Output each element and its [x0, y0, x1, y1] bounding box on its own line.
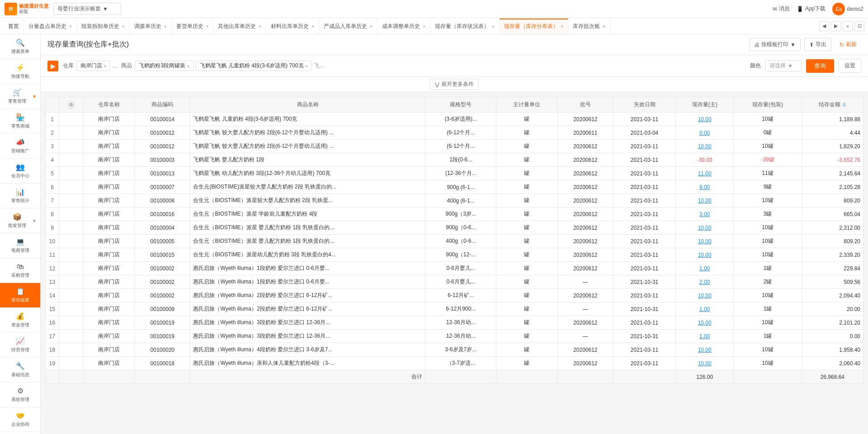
td-stock-main[interactable]: 1.00: [676, 262, 734, 275]
td-stock-main[interactable]: 10.00: [676, 113, 734, 126]
td-stock-main[interactable]: 10.00: [676, 140, 734, 153]
table-settings-icon[interactable]: ⚙: [67, 101, 75, 108]
tab-product-in[interactable]: 产成品入库单历史×: [319, 19, 377, 34]
tab-product-in-close[interactable]: ×: [370, 24, 373, 29]
color-filter-select[interactable]: 请选择 ▼: [765, 60, 802, 71]
sidebar-item-quick-nav[interactable]: ⚡ 快捷导航: [0, 59, 40, 84]
sidebar-item-cooperation[interactable]: 🤝 企业协同: [0, 407, 40, 432]
td-stock-main[interactable]: 1.00: [676, 330, 734, 343]
tab-inventory-dist[interactable]: 现存量（库存分布表）×: [500, 19, 569, 34]
td-index: 3: [46, 140, 59, 153]
warehouse-filter-more[interactable]: ...: [112, 63, 117, 69]
td-stock-main[interactable]: 10.00: [676, 248, 734, 262]
refresh-button[interactable]: ↻ 刷新: [835, 38, 861, 51]
td-spec: 1段(0-6...: [425, 153, 496, 167]
td-expiry: 2021-03-11: [613, 343, 675, 357]
tab-other-out-close[interactable]: ×: [259, 24, 261, 29]
tab-material-out[interactable]: 材料出库单历史×: [266, 19, 319, 34]
td-stock-main[interactable]: 11.00: [676, 167, 734, 180]
query-button[interactable]: 查询: [806, 59, 834, 73]
td-stock-main[interactable]: 10.00: [676, 289, 734, 302]
product-tag-2[interactable]: 飞鹤星飞帆 儿童奶粉 4段(3-6岁适用) 700克 ×: [196, 61, 312, 71]
td-stock-amount: 665.04: [802, 208, 863, 221]
sidebar-item-system[interactable]: ⚙ 系统管理: [0, 382, 40, 407]
tab-inventory-status[interactable]: 现存量（库存状况表）×: [430, 19, 500, 34]
setting-button[interactable]: 设置: [839, 59, 861, 73]
tab-cost-adjust-close[interactable]: ×: [423, 24, 425, 29]
sidebar-item-finance[interactable]: 💰 资金管理: [0, 308, 40, 333]
message-action[interactable]: ✉ 消息: [773, 5, 790, 13]
sidebar-item-marketing[interactable]: 📣 营销推广: [0, 134, 40, 159]
product-tag-2-close[interactable]: ×: [305, 63, 308, 69]
td-batch: 20200612: [557, 289, 613, 302]
warehouse-tag-1-close[interactable]: ×: [104, 63, 106, 69]
th-stock-amount: 结存金额 ①: [802, 97, 863, 113]
tab-batch-close[interactable]: ×: [603, 24, 605, 29]
td-stock-main[interactable]: 0.00: [676, 126, 734, 140]
td-index: 6: [46, 180, 59, 194]
td-stock-main[interactable]: 9.00: [676, 180, 734, 194]
tab-prev-btn[interactable]: ◀: [819, 21, 829, 31]
table-row: 11南岸门店00100015合生元（BIOSTIME）派星幼儿配方奶粉 3段 乳…: [46, 248, 863, 262]
expand-conditions-btn[interactable]: ⋁ 展开更多条件: [430, 79, 479, 90]
td-batch: 20200612: [557, 194, 613, 208]
app-download-action[interactable]: 📱 App下载: [797, 5, 826, 13]
tab-cost-adjust[interactable]: 成本调整单历史×: [377, 19, 430, 34]
sidebar-item-management[interactable]: 📈 经营管理: [0, 333, 40, 358]
tab-inventory-dist-close[interactable]: ×: [561, 24, 564, 29]
sidebar-item-purchase[interactable]: 🛍 采购管理: [0, 258, 40, 283]
sidebar-item-retail-shop[interactable]: 🏪 零售商城: [0, 109, 40, 134]
sidebar-item-wholesale[interactable]: 📦 批发管理 ▼: [0, 208, 40, 233]
tab-close-all-btn[interactable]: ×: [843, 21, 853, 31]
sidebar-item-basics[interactable]: 🔧 基础信息: [0, 358, 40, 382]
tab-inventory-status-close[interactable]: ×: [492, 24, 495, 29]
sidebar-item-ecommerce[interactable]: 💻 电商管理: [0, 233, 40, 258]
product-tag-1[interactable]: 飞鹤奶粉3段两罐装 ×: [135, 61, 193, 71]
sidebar-item-retail[interactable]: 🛒 零售管理 ▼: [0, 84, 40, 109]
tab-requisition-close[interactable]: ×: [206, 24, 209, 29]
td-stock-main[interactable]: 10.00: [676, 343, 734, 357]
th-settings[interactable]: ⚙: [59, 97, 84, 113]
print-button[interactable]: 🖨 按模板打印 ▼: [749, 38, 801, 51]
tab-next-btn[interactable]: ▶: [831, 21, 841, 31]
td-product-name: 飞鹤星飞帆 婴儿配方奶粉 1段: [190, 153, 425, 167]
sidebar-item-guide[interactable]: 📖 新手引导: [0, 432, 40, 434]
td-checkbox: [59, 153, 84, 167]
tab-split-close[interactable]: ×: [69, 24, 72, 29]
table-row: 4南岸门店00100003飞鹤星飞帆 婴儿配方奶粉 1段1段(0-6...罐20…: [46, 153, 863, 167]
tab-disassemble[interactable]: 组装拆卸单历史×: [77, 19, 130, 34]
export-button[interactable]: ⬆ 导出: [804, 38, 831, 51]
td-stock-main[interactable]: 10.00: [676, 235, 734, 248]
account-dropdown[interactable]: 母婴行业演示账套 ▼: [53, 3, 121, 15]
search-icon: 🔍: [16, 38, 25, 47]
tab-mix-close[interactable]: ×: [164, 24, 167, 29]
tab-material-out-close[interactable]: ×: [311, 24, 314, 29]
user-action[interactable]: Ea demo2: [832, 3, 863, 15]
td-stock-main[interactable]: 10.00: [676, 221, 734, 235]
tab-menu-btn[interactable]: ⊡: [854, 21, 864, 31]
td-stock-main[interactable]: 1.00: [676, 302, 734, 316]
tab-disassemble-close[interactable]: ×: [122, 24, 125, 29]
td-stock-main[interactable]: -39.00: [676, 153, 734, 167]
tab-mix[interactable]: 调拨单历史×: [130, 19, 172, 34]
td-stock-main[interactable]: 10.00: [676, 316, 734, 330]
sidebar-item-inventory[interactable]: 📋 库存核算: [0, 283, 40, 308]
sidebar-item-search[interactable]: 🔍 搜索英单: [0, 34, 40, 59]
product-filter-more[interactable]: 飞...: [314, 62, 324, 70]
sidebar-item-member[interactable]: 👥 会员中心: [0, 159, 40, 184]
logo: 好 畅捷通好生意 标版: [5, 3, 49, 15]
td-stock-main[interactable]: 2.00: [676, 275, 734, 289]
product-tag-1-close[interactable]: ×: [187, 63, 189, 69]
tab-other-out[interactable]: 其他出库单历史×: [213, 19, 266, 34]
filter-toggle-btn[interactable]: ▶: [47, 61, 58, 71]
td-stock-main[interactable]: 10.00: [676, 194, 734, 208]
warehouse-tag-1[interactable]: 南岸门店 ×: [76, 61, 110, 71]
td-stock-main[interactable]: 10.00: [676, 357, 734, 370]
message-label: 消息: [779, 5, 790, 13]
tab-requisition[interactable]: 要货单历史×: [172, 19, 214, 34]
tab-batch[interactable]: 库存批次账×: [568, 19, 610, 34]
sidebar-item-retail-stats[interactable]: 📊 零售统计: [0, 184, 40, 208]
tab-split[interactable]: 分量盘点单历史×: [24, 19, 77, 34]
tab-home[interactable]: 首页: [4, 19, 24, 34]
td-stock-main[interactable]: 3.00: [676, 208, 734, 221]
